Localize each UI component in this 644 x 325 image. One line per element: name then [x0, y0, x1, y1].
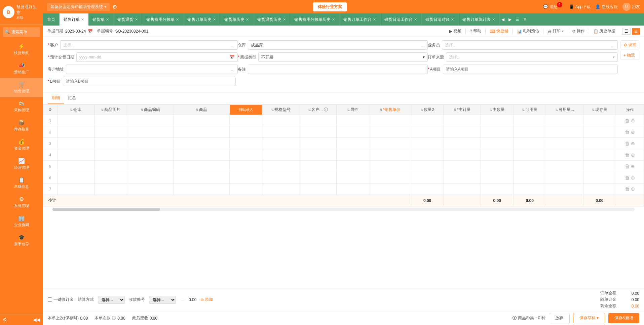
copy-icon[interactable]: ⊕: [631, 129, 635, 135]
tab-close-cash-reconcile[interactable]: ✕: [451, 17, 454, 22]
order-source-select[interactable]: 选择... ▾: [446, 52, 618, 62]
app-download-item[interactable]: 📱 App下载: [569, 4, 591, 10]
detail-tab-summary[interactable]: 汇总: [64, 92, 80, 104]
toolbar-operations[interactable]: ⚙ 操作: [572, 28, 585, 34]
tab-close-sales-return[interactable]: ✕: [135, 17, 138, 22]
scrollbar-track[interactable]: [52, 208, 635, 211]
tab-sales-order-history[interactable]: 销售订单历史 ✕: [183, 13, 220, 26]
delete-icon[interactable]: 🗑: [625, 164, 630, 169]
save-draft-button[interactable]: 保存草稿 ▾: [573, 313, 605, 323]
customer-select[interactable]: 选择... …: [60, 40, 238, 50]
add-payment-btn[interactable]: ⊕ 添加: [200, 297, 213, 302]
delete-icon[interactable]: 🗑: [625, 129, 630, 135]
topbar-settings-icon[interactable]: ⚙: [112, 4, 117, 10]
account-select[interactable]: 选择...: [149, 296, 176, 304]
tab-expense-history[interactable]: 销售费用分摊单历史 ✕: [290, 13, 339, 26]
tab-sales-expense[interactable]: 销售费用分摊单 ✕: [142, 13, 183, 26]
copy-icon[interactable]: ⊕: [631, 175, 635, 180]
detail-tab-detail[interactable]: 明细: [48, 92, 64, 104]
tab-sales-slip-history[interactable]: 销货单历史 ✕: [220, 13, 253, 26]
copy-icon[interactable]: ⊕: [631, 118, 635, 123]
tab-cash-reconcile[interactable]: 钱货日清对账 ✕: [421, 13, 458, 26]
toolbar-video[interactable]: ▶ 视频: [449, 28, 461, 34]
tab-close-all[interactable]: ✕: [521, 17, 529, 22]
delivery-date-input[interactable]: yyyy-mm-dd 📅: [76, 52, 238, 62]
th-available2[interactable]: ⇅可用量...: [546, 105, 583, 115]
tab-close-cash-workbench[interactable]: ✕: [414, 17, 417, 22]
address-dots[interactable]: …: [231, 67, 235, 72]
toolbar-history[interactable]: 📋 历史单据: [593, 28, 615, 34]
th-qty2[interactable]: ⇅数量2: [411, 105, 444, 115]
payment-method-select[interactable]: 选择...: [98, 296, 125, 304]
address-select[interactable]: …: [66, 65, 238, 74]
tab-close-sales-order[interactable]: ✕: [81, 17, 84, 22]
staff-select[interactable]: 选择... …: [442, 40, 618, 50]
toolbar-print[interactable]: 🖨 打印 ▾: [547, 28, 564, 34]
tab-close-sales-expense[interactable]: ✕: [176, 17, 179, 22]
th-product[interactable]: ⇅商品: [174, 105, 229, 115]
tab-cash-workbench[interactable]: 钱货日清工作台 ✕: [380, 13, 421, 26]
th-image[interactable]: ⇅商品图片: [94, 105, 127, 115]
copy-icon[interactable]: ⊕: [631, 141, 635, 146]
tab-menu[interactable]: ☰: [514, 17, 521, 22]
sidebar-item-enterprise[interactable]: 🏢 企业协同: [0, 212, 43, 231]
user-area[interactable]: U 用友: [622, 3, 640, 11]
one-key-order-checkbox[interactable]: [48, 297, 52, 302]
copy-icon[interactable]: ⊕: [631, 164, 635, 169]
sidebar-item-guide[interactable]: 🎓 新手引导: [0, 231, 43, 250]
tab-prev[interactable]: ◀: [499, 17, 506, 22]
save-new-button[interactable]: 保存&新增: [608, 313, 639, 323]
delete-icon[interactable]: 🗑: [625, 141, 630, 146]
th-main-unit[interactable]: ⇅*主计量: [444, 105, 481, 115]
th-warehouse[interactable]: ⇅仓库: [57, 105, 94, 115]
tab-close-sales-slip[interactable]: ✕: [106, 17, 109, 22]
scrollbar-thumb[interactable]: [52, 208, 160, 211]
th-main-qty[interactable]: ⇅主数量: [481, 105, 514, 115]
sidebar-item-quick-nav[interactable]: ⚡ 快捷导航: [0, 40, 43, 59]
discard-button[interactable]: 放弃: [549, 313, 570, 323]
th-settings[interactable]: ⚙: [43, 105, 58, 115]
sidebar-item-system[interactable]: ⚙ 系统管理: [0, 193, 43, 212]
delete-icon[interactable]: 🗑: [625, 118, 630, 123]
delete-icon[interactable]: 🗑: [625, 186, 630, 192]
customer-dots[interactable]: …: [231, 43, 235, 47]
th-customer-code[interactable]: ⇅客户... ⓘ: [299, 105, 337, 115]
sidebar-search[interactable]: 🔍 搜索菜单: [0, 25, 43, 40]
tab-close-slip-history[interactable]: ✕: [246, 17, 249, 22]
account-dots[interactable]: …: [181, 297, 185, 302]
invoice-select[interactable]: 不开票 ▾: [258, 52, 428, 62]
sidebar-item-purchase[interactable]: 🛍 采购管理: [0, 97, 43, 116]
message-item[interactable]: 💬 消息 9: [543, 4, 564, 10]
tab-sales-order[interactable]: 销售订单 ✕: [60, 13, 88, 26]
th-available[interactable]: ⇅可用量: [514, 105, 546, 115]
grid-view-btn[interactable]: ⊞: [632, 28, 640, 35]
staff-dots[interactable]: …: [611, 43, 615, 47]
th-code[interactable]: ⇅商品编码: [127, 105, 174, 115]
sidebar-collapse-btn[interactable]: ◀◀: [33, 317, 40, 322]
toolbar-help[interactable]: ? 帮助: [470, 28, 481, 34]
tab-close-return-history[interactable]: ✕: [283, 17, 286, 22]
tab-close-order-workbench[interactable]: ✕: [373, 17, 376, 22]
tab-sales-return[interactable]: 销货退货 ✕: [113, 13, 142, 26]
toolbar-profit[interactable]: 📊 毛利预估: [517, 28, 539, 34]
sidebar-item-operations[interactable]: 📈 经营管理: [0, 154, 43, 173]
warehouse-dots[interactable]: …: [421, 43, 425, 47]
th-unit[interactable]: ⇅*销售单位: [369, 105, 411, 115]
tab-close-expense-history[interactable]: ✕: [332, 17, 335, 22]
toolbar-shortcut[interactable]: ⌨ 快捷键: [490, 28, 508, 34]
online-support-item[interactable]: 👤 在线客服: [595, 4, 618, 10]
settings-btn[interactable]: ⚙ 设置: [620, 40, 639, 49]
th-spec[interactable]: ⇅规格型号: [262, 105, 299, 115]
th-current-stock[interactable]: ⇅现存量: [583, 105, 616, 115]
list-view-btn[interactable]: ☰: [622, 28, 631, 35]
sidebar-item-marketing[interactable]: 📣 营销推广: [0, 59, 43, 78]
tab-sales-stats[interactable]: 销售订单统计表 ✕: [458, 13, 499, 26]
note-input[interactable]: [248, 65, 428, 74]
a-project-input[interactable]: [443, 65, 618, 74]
tab-home[interactable]: 首页: [43, 13, 60, 26]
sidebar-item-finance[interactable]: 💰 资金管理: [0, 135, 43, 154]
logistics-btn[interactable]: + 物流: [620, 51, 639, 60]
delete-icon[interactable]: 🗑: [625, 152, 630, 158]
th-attr[interactable]: ⇅属性: [337, 105, 369, 115]
solution-button[interactable]: 体验行业方案: [313, 2, 347, 11]
